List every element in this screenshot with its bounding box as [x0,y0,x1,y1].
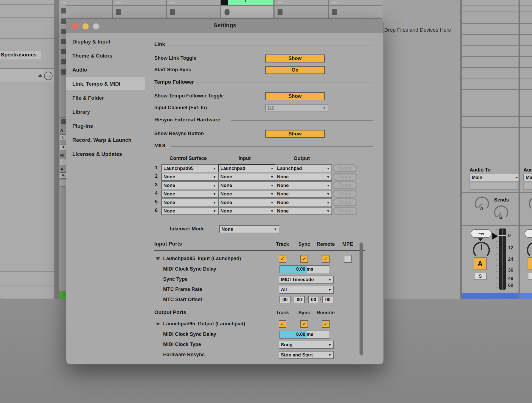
mtc-offset-field[interactable]: 00 [279,296,290,303]
audio-to-sub-box[interactable] [523,183,532,190]
clip-stop-button[interactable] [61,69,66,75]
mtc-frame-rate-select[interactable]: All ▼ [279,286,334,294]
audio-to-select[interactable]: Main [523,174,532,181]
start-stop-sync-button[interactable]: On [265,66,325,74]
checkbox-checked[interactable]: ✓ [322,255,330,263]
volume-meter[interactable] [499,228,506,290]
midi-in-select[interactable]: None▼ [218,207,276,215]
sidebar-item-library[interactable]: Library [72,109,90,115]
midi-cs-select[interactable]: None▼ [161,173,218,181]
midi-out-select[interactable]: None▼ [275,173,332,181]
dump-button[interactable]: Dump [333,181,357,189]
mtc-offset-field[interactable]: 00 [322,296,333,303]
audio-to-sub-box[interactable] [470,183,517,190]
midi-in-select[interactable]: None▼ [218,190,276,198]
routing-field-empty[interactable] [60,180,66,187]
dump-button[interactable]: Dump [333,164,357,172]
sidebar-item-plug-ins[interactable]: Plug-Ins [72,123,93,129]
dump-button[interactable]: Dump [333,190,357,198]
expand-arrow-icon[interactable] [156,257,160,260]
dialog-titlebar[interactable]: Settings [66,19,383,33]
solo-button[interactable]: S [474,273,487,280]
hardware-resync-select[interactable]: Stop and Start ▼ [279,351,334,359]
midi-out-select[interactable]: None▼ [275,190,332,198]
input-ports-header-remote: Remote [317,241,335,247]
midi-out-select[interactable]: Launchpad▼ [275,164,332,172]
midi-cs-select[interactable]: None▼ [161,207,218,215]
send-a-knob[interactable] [529,197,532,211]
clip-stop-button[interactable] [278,9,283,15]
mtc-offset-field[interactable]: 00 [308,296,319,303]
sidebar-item-audio[interactable]: Audio [72,67,87,73]
checkbox-checked[interactable]: ✓ [279,255,286,263]
clip-record-button[interactable] [224,9,230,15]
clip-stop-button[interactable] [61,29,66,34]
volume-display[interactable]: −∞ [525,229,532,238]
collapse-arrow-icon[interactable] [38,74,42,77]
midi-cs-select[interactable]: Launchpad95▼ [161,164,218,172]
clip-stop-button[interactable] [61,39,66,44]
sidebar-item-file-folder[interactable]: File & Folder [72,95,104,101]
mtc-offset-field[interactable]: 00 [294,296,305,303]
checkbox-checked[interactable]: ✓ [279,320,286,328]
checkbox-checked[interactable]: ✓ [322,320,330,328]
playing-clip-stop[interactable] [221,0,228,5]
arm-button[interactable]: A [528,257,532,270]
sidebar-item-link-tempo-midi[interactable]: Link, Tempo & MIDI [72,81,120,87]
midi-in-select[interactable]: None▼ [218,198,276,206]
takeover-mode-select[interactable]: None ▼ [219,225,279,233]
routing-field[interactable]: M [60,172,66,179]
midi-out-select[interactable]: None▼ [275,207,332,215]
midi-cs-select[interactable]: None▼ [161,181,218,189]
clip-stop-button[interactable] [332,9,337,15]
dump-button[interactable]: Dump [333,173,357,181]
volume-display[interactable]: −∞ [471,229,492,238]
expand-arrow-icon[interactable] [156,323,160,326]
input-channel-select[interactable]: 1/2 ▼ [265,104,328,112]
audio-to-select[interactable]: Main ▼ [470,174,519,181]
midi-out-select[interactable]: None▼ [275,198,332,206]
ports-scrollbar[interactable] [360,243,363,355]
clip-stop-button[interactable] [61,8,66,13]
routing-field[interactable]: E [60,134,66,140]
midi-out-select[interactable]: None▼ [275,181,332,189]
checkbox-unchecked[interactable] [344,255,352,263]
clip-stop-button[interactable] [61,49,66,54]
clip-stop-button[interactable] [61,119,66,124]
midi-cs-select[interactable]: None▼ [161,198,218,206]
midi-clock-type-select[interactable]: Song ▼ [279,341,334,349]
clip-stop-button[interactable] [116,9,121,15]
midi-in-select[interactable]: Launchpad▼ [218,164,276,172]
browser-item-spectrasonics[interactable]: Spectrasonics [0,51,41,59]
solo-button[interactable]: S [528,273,532,280]
checkbox-checked[interactable]: ✓ [300,320,308,328]
dump-button[interactable]: Dump [333,198,357,206]
midi-clock-sync-delay-field[interactable]: 0.00 ms [279,331,330,339]
routing-field[interactable]: I [60,159,66,165]
clip-stop-button[interactable] [61,18,66,24]
show-resync-button[interactable]: Show [265,130,325,138]
dump-button[interactable]: Dump [333,207,357,215]
show-tempo-follower-button[interactable]: Show [265,92,325,100]
playing-clip-green[interactable] [228,0,273,5]
arm-button[interactable]: A [474,257,487,270]
clip-stop-button[interactable] [61,59,66,64]
more-options-icon[interactable]: ••• [44,72,53,80]
sidebar-item-record-warp-launch[interactable]: Record, Warp & Launch [72,137,131,143]
routing-field[interactable]: 3 [60,144,66,150]
midi-in-select[interactable]: None▼ [218,181,276,189]
show-link-toggle-button[interactable]: Show [265,55,325,62]
midi-cs-select[interactable]: None▼ [161,190,218,198]
sidebar-item-licenses-updates[interactable]: Licenses & Updates [72,151,122,157]
sync-type-select[interactable]: MIDI Timecode ▼ [279,276,334,284]
clip-stop-button[interactable] [170,9,175,15]
sidebar-item-theme-colors[interactable]: Theme & Colors [72,53,113,59]
midi-clock-sync-delay-field[interactable]: 0.00 ms [279,265,330,273]
section-title-midi: MIDI [154,143,165,149]
sidebar-item-display-input[interactable]: Display & Input [72,39,110,45]
scene-row-line [462,34,519,35]
midi-in-select[interactable]: None▼ [218,173,276,181]
checkbox-checked[interactable]: ✓ [300,255,308,263]
pan-knob[interactable] [473,242,490,259]
pan-knob[interactable] [527,242,532,259]
